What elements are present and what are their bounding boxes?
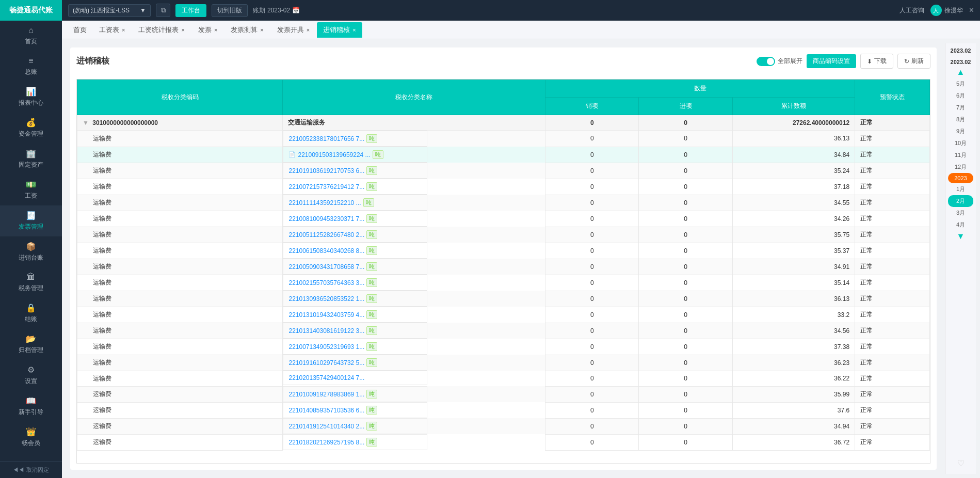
table-row[interactable]: 运输费 2210071349052319693 1... 吨 0 0 37.38… — [77, 339, 930, 355]
month-5[interactable]: 5月 — [945, 78, 976, 90]
sidebar-item-member[interactable]: 👑 畅会员 — [0, 422, 62, 453]
cell-purchase: 0 — [639, 259, 732, 275]
sidebar-item-ledger[interactable]: ≡ 总账 — [0, 51, 62, 82]
support-link[interactable]: 人工咨询 — [899, 6, 924, 15]
tab-invoice[interactable]: 发票 × — [192, 22, 223, 38]
table-row[interactable]: 运输费 📄 2210091503139659224 ... 吨 0 0 34.8… — [77, 147, 930, 163]
sidebar-item-close[interactable]: 🔒 结账 — [0, 298, 62, 329]
month-8[interactable]: 8月 — [945, 114, 976, 125]
year-2023[interactable]: 2023 — [948, 173, 973, 183]
cell-item-name: 运输费 — [77, 371, 283, 386]
month-7[interactable]: 7月 — [945, 102, 976, 114]
cell-cumulative: 34.26 — [732, 211, 855, 227]
company-selector[interactable]: (勿动) 江西报宝-LSS ▼ — [68, 4, 151, 17]
cell-purchase: 0 — [639, 402, 732, 418]
table-row[interactable]: 运输费 2210130936520853522 1... 吨 0 0 36.13… — [77, 291, 930, 307]
month-11[interactable]: 11月 — [945, 149, 976, 161]
sidebar-item-sales[interactable]: 📦 进销台账 — [0, 236, 62, 267]
table-row[interactable]: 运输费 2210131403081619122 3... 吨 0 0 34.56… — [77, 323, 930, 339]
cell-item-name: 运输费 — [77, 386, 283, 402]
sidebar-item-report[interactable]: 📊 报表中心 — [0, 82, 62, 113]
tab-close-icon[interactable]: × — [181, 27, 184, 33]
sidebar-item-guide[interactable]: 📖 新手引导 — [0, 391, 62, 422]
period-label: 账期 2023-02 📅 — [253, 6, 300, 15]
sidebar-item-tax[interactable]: 🏛 税务管理 — [0, 267, 62, 298]
cell-code: 2210131403081619122 3... 吨 — [283, 323, 427, 339]
month-3[interactable]: 3月 — [945, 207, 976, 219]
sidebar-item-salary[interactable]: 💵 工资 — [0, 174, 62, 205]
panel-scroll-up[interactable]: ▲ — [957, 67, 965, 78]
table-row[interactable]: 运输费 2210051125282667480 2... 吨 0 0 35.75… — [77, 227, 930, 243]
table-row[interactable]: 运输费 2210201357429400124 7... 0 0 36.22 正… — [77, 371, 930, 386]
refresh-button[interactable]: ↻ 刷新 — [897, 54, 930, 69]
download-icon: ⬇ — [867, 58, 872, 65]
sidebar-item-asset[interactable]: 🏢 固定资产 — [0, 144, 62, 174]
tab-close-icon[interactable]: × — [307, 27, 310, 33]
table-row[interactable]: 运输费 2210100919278983869 1... 吨 0 0 35.99… — [77, 386, 930, 402]
tab-close-icon[interactable]: × — [352, 27, 356, 33]
download-button[interactable]: ⬇ 下载 — [860, 54, 893, 69]
month-9[interactable]: 9月 — [945, 125, 976, 137]
cell-status: 正常 — [855, 339, 930, 355]
copy-button[interactable]: ⧉ — [156, 4, 170, 17]
month-12[interactable]: 12月 — [945, 161, 976, 173]
table-row[interactable]: 运输费 2210182021269257195 8... 吨 0 0 36.72… — [77, 434, 930, 450]
cell-status: 正常 — [855, 163, 930, 179]
panel-favorite[interactable]: ♡ — [957, 455, 965, 471]
table-row[interactable]: 运输费 2210140859357103536 6... 吨 0 0 37.6 … — [77, 402, 930, 418]
table-row[interactable]: 运输费 2210191610297643732 5... 吨 0 0 36.23… — [77, 355, 930, 371]
workbench-button[interactable]: 工作台 — [175, 4, 206, 17]
tab-invoice-verify[interactable]: 进销稽核 × — [317, 22, 362, 38]
tab-salary-table[interactable]: 工资表 × — [93, 22, 131, 38]
tab-invoice-calc[interactable]: 发票测算 × — [224, 22, 269, 38]
tab-close-icon[interactable]: × — [122, 27, 125, 33]
sidebar-item-invoice[interactable]: 🧾 发票管理 — [0, 205, 62, 236]
month-10[interactable]: 10月 — [945, 137, 976, 149]
main-area: (勿动) 江西报宝-LSS ▼ ⧉ 工作台 切到旧版 账期 2023-02 📅 … — [62, 0, 980, 478]
cell-code: 2210130936520853522 1... 吨 — [283, 291, 427, 307]
month-6[interactable]: 6月 — [945, 90, 976, 102]
page-title: 进销稽核 — [76, 56, 109, 67]
table-row[interactable]: 运输费 2210141912541014340 2... 吨 0 0 34.94… — [77, 418, 930, 434]
invoice-icon: 🧾 — [26, 211, 36, 220]
window-close-button[interactable]: × — [969, 6, 974, 15]
cell-purchase: 0 — [639, 147, 732, 163]
table-row[interactable]: 运输费 2210052338178017656 7... 吨 0 0 36.13… — [77, 131, 930, 147]
tab-close-icon[interactable]: × — [214, 27, 217, 33]
table-row[interactable]: 运输费 2210021557035764363 3... 吨 0 0 35.14… — [77, 275, 930, 291]
home-icon: ⌂ — [28, 26, 34, 35]
table-row[interactable]: 运输费 2210131019432403759 4... 吨 0 0 33.2 … — [77, 307, 930, 323]
sidebar-item-archive[interactable]: 📂 归档管理 — [0, 329, 62, 360]
table-row[interactable]: 运输费 2210081009453230371 7... 吨 0 0 34.26… — [77, 211, 930, 227]
calendar-icon[interactable]: 📅 — [292, 7, 300, 14]
cell-cumulative: 37.38 — [732, 339, 855, 355]
tab-invoice-open[interactable]: 发票开具 × — [271, 22, 316, 38]
switch-version-button[interactable]: 切到旧版 — [212, 4, 248, 17]
sidebar-item-fund[interactable]: 💰 资金管理 — [0, 113, 62, 144]
table-row[interactable]: 运输费 2210050903431708658 7... 吨 0 0 34.91… — [77, 259, 930, 275]
table-row[interactable]: 运输费 2210061508340340268 8... 吨 0 0 35.37… — [77, 243, 930, 259]
sidebar-item-settings[interactable]: ⚙ 设置 — [0, 360, 62, 391]
month-2[interactable]: 2月 — [948, 195, 973, 207]
cell-item-name: 运输费 — [77, 227, 283, 243]
user-menu[interactable]: 人 徐漫华 — [930, 5, 963, 16]
expand-switch[interactable] — [757, 57, 775, 66]
cell-purchase: 0 — [639, 355, 732, 371]
sidebar-item-home[interactable]: ⌂ 首页 — [0, 21, 62, 51]
tab-salary-report[interactable]: 工资统计报表 × — [132, 22, 190, 38]
table-row[interactable]: 运输费 2210072157376219412 7... 吨 0 0 37.18… — [77, 179, 930, 195]
table-row[interactable]: ▼ 3010000000000000000 交通运输服务 0 0 27262.4… — [77, 115, 930, 131]
month-4[interactable]: 4月 — [945, 219, 976, 231]
month-1[interactable]: 1月 — [945, 183, 976, 195]
settings-button[interactable]: 商品编码设置 — [807, 54, 856, 68]
panel-scroll-down[interactable]: ▼ — [957, 231, 965, 242]
table-row[interactable]: 运输费 2210111143592152210 ... 吨 0 0 34.55 … — [77, 195, 930, 211]
cell-code: 2210021557035764363 3... 吨 — [283, 275, 427, 291]
table-row[interactable]: 运输费 2210191036192170753 6... 吨 0 0 35.24… — [77, 163, 930, 179]
tab-home[interactable]: 首页 — [68, 22, 92, 38]
col-header-sale: 销项 — [545, 98, 639, 115]
cell-sale: 0 — [545, 291, 639, 307]
right-panel-year-2: 2023.02 — [951, 57, 971, 67]
tab-close-icon[interactable]: × — [260, 27, 263, 33]
unpin-button[interactable]: ◀◀ 取消固定 — [0, 461, 62, 478]
